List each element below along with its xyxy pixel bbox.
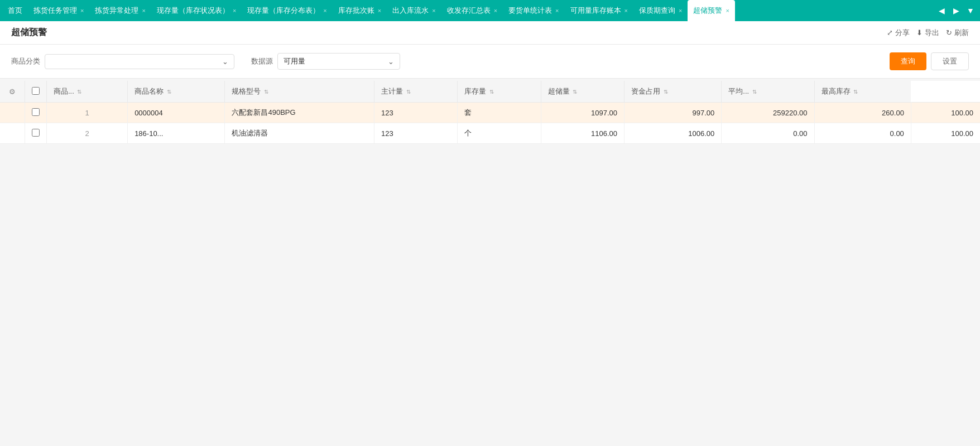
nav-item[interactable]: 收发存汇总表× <box>441 0 503 21</box>
datasource-filter: 数据源 可用量 ⌄ <box>251 53 400 70</box>
nav-item-label: 拣货任务管理 <box>33 6 77 16</box>
col-product-code-header: 商品... ⇅ <box>47 81 128 103</box>
nav-item-label: 现存量（库存状况表） <box>157 6 229 16</box>
datasource-value: 可用量 <box>284 56 305 66</box>
nav-item[interactable]: 可用量库存账本× <box>565 0 633 21</box>
sort-icon-capital: ⇅ <box>664 89 668 95</box>
row-over-stock: 1006.00 <box>624 123 721 144</box>
set-button[interactable]: 设置 <box>931 52 969 70</box>
row-max-stock: 100.00 <box>911 103 980 123</box>
row-stock: 1097.00 <box>541 103 624 123</box>
page-header: 超储预警 ⤢ 分享 ⬇ 导出 ↻ 刷新 <box>0 21 980 45</box>
sort-icon-maxstock: ⇅ <box>853 89 858 95</box>
nav-item-label: 现存量（库存分布表） <box>247 6 320 16</box>
nav-close-icon[interactable]: × <box>80 7 84 14</box>
data-table: ⚙ 商品... ⇅ 商品名称 ⇅ 规格型号 ⇅ 主计量 <box>0 81 980 144</box>
table-header-row: ⚙ 商品... ⇅ 商品名称 ⇅ 规格型号 ⇅ 主计量 <box>0 81 980 103</box>
product-category-select[interactable]: ⌄ <box>45 54 234 69</box>
nav-close-icon[interactable]: × <box>378 7 381 14</box>
row-product-name: 机油滤清器 <box>225 123 374 144</box>
nav-close-icon[interactable]: × <box>726 7 729 14</box>
filter-area: 商品分类 ⌄ 数据源 可用量 ⌄ 查询 设置 <box>0 45 980 79</box>
sort-icon-spec: ⇅ <box>264 89 268 95</box>
row-capital: 0.00 <box>722 123 814 144</box>
nav-item-label: 保质期查询 <box>639 6 675 16</box>
sort-icon-avg: ⇅ <box>752 89 757 95</box>
nav-item-label: 超储预警 <box>693 6 722 16</box>
col-gear-header: ⚙ <box>0 81 25 103</box>
sort-icon-stock: ⇅ <box>489 89 494 95</box>
col-product-name-header: 商品名称 ⇅ <box>128 81 225 103</box>
row-avg: 0.00 <box>814 123 911 144</box>
nav-item-label: 可用量库存账本 <box>570 6 621 16</box>
nav-item[interactable]: 拣货任务管理× <box>28 0 89 21</box>
nav-close-icon[interactable]: × <box>494 7 497 14</box>
page-title: 超储预警 <box>11 27 47 38</box>
col-capital-header: 资金占用 ⇅ <box>624 81 721 103</box>
col-maxstock-header: 最高库存 ⇅ <box>814 81 911 103</box>
row-capital: 259220.00 <box>722 103 814 123</box>
row-spec: 123 <box>374 103 458 123</box>
row-spec: 123 <box>374 123 458 144</box>
nav-item[interactable]: 库存批次账× <box>333 0 387 21</box>
nav-close-icon[interactable]: × <box>142 7 145 14</box>
row-stock: 1106.00 <box>541 123 624 144</box>
row-checkbox-cell <box>25 103 47 123</box>
row-product-code: 186-10... <box>128 123 225 144</box>
row-unit: 套 <box>458 103 541 123</box>
nav-close-icon[interactable]: × <box>624 7 628 14</box>
table-row: 2 186-10... 机油滤清器 123 个 1106.00 1006.00 … <box>0 123 980 144</box>
nav-item-label: 库存批次账 <box>338 6 374 16</box>
row-gear-cell <box>0 103 25 123</box>
share-button[interactable]: ⤢ 分享 <box>887 28 910 38</box>
row-checkbox[interactable] <box>32 108 40 116</box>
row-max-stock: 100.00 <box>911 123 980 144</box>
header-actions: ⤢ 分享 ⬇ 导出 ↻ 刷新 <box>887 28 969 38</box>
nav-item[interactable]: 首页 <box>2 0 28 21</box>
nav-close-icon[interactable]: × <box>679 7 682 14</box>
col-stock-header: 库存量 ⇅ <box>458 81 541 103</box>
col-spec-header: 规格型号 ⇅ <box>225 81 374 103</box>
sort-icon-overstock: ⇅ <box>573 89 577 95</box>
datasource-label: 数据源 <box>251 56 273 66</box>
col-avg-header: 平均... ⇅ <box>722 81 814 103</box>
select-all-checkbox[interactable] <box>32 87 40 95</box>
nav-item-label: 收发存汇总表 <box>447 6 491 16</box>
sort-icon-unit: ⇅ <box>406 89 411 95</box>
row-index: 1 <box>47 103 128 123</box>
chevron-down-icon-2: ⌄ <box>388 57 394 66</box>
nav-close-icon[interactable]: × <box>233 7 236 14</box>
nav-close-icon[interactable]: × <box>555 7 559 14</box>
row-index: 2 <box>47 123 128 144</box>
nav-item[interactable]: 现存量（库存分布表）× <box>242 0 332 21</box>
nav-item[interactable]: 现存量（库存状况表）× <box>151 0 242 21</box>
sort-icon-code: ⇅ <box>77 89 81 95</box>
product-category-label: 商品分类 <box>11 56 40 66</box>
datasource-select[interactable]: 可用量 ⌄ <box>277 53 400 70</box>
nav-item[interactable]: 超储预警× <box>688 0 734 21</box>
nav-next-arrow[interactable]: ▶ <box>949 3 963 18</box>
sort-icon-name: ⇅ <box>167 89 171 95</box>
product-category-filter: 商品分类 ⌄ <box>11 54 234 69</box>
nav-item[interactable]: 出入库流水× <box>387 0 441 21</box>
nav-close-icon[interactable]: × <box>432 7 435 14</box>
filter-action-buttons: 查询 设置 <box>890 52 969 70</box>
nav-item[interactable]: 保质期查询× <box>633 0 688 21</box>
refresh-icon: ↻ <box>946 28 952 37</box>
gear-settings-icon[interactable]: ⚙ <box>7 86 18 97</box>
nav-item-label: 拣货异常处理 <box>95 6 138 16</box>
nav-more-arrow[interactable]: ▼ <box>963 3 978 18</box>
export-button[interactable]: ⬇ 导出 <box>916 28 939 38</box>
share-icon: ⤢ <box>887 28 893 37</box>
nav-close-icon[interactable]: × <box>323 7 326 14</box>
nav-item[interactable]: 要货单统计表× <box>503 0 564 21</box>
nav-item-label: 要货单统计表 <box>508 6 552 16</box>
nav-prev-arrow[interactable]: ◀ <box>934 3 949 18</box>
query-button[interactable]: 查询 <box>890 52 926 70</box>
row-product-code: 0000004 <box>128 103 225 123</box>
row-checkbox[interactable] <box>32 129 40 137</box>
chevron-down-icon: ⌄ <box>222 57 228 66</box>
row-avg: 260.00 <box>814 103 911 123</box>
refresh-button[interactable]: ↻ 刷新 <box>946 28 969 38</box>
nav-item[interactable]: 拣货异常处理× <box>89 0 151 21</box>
